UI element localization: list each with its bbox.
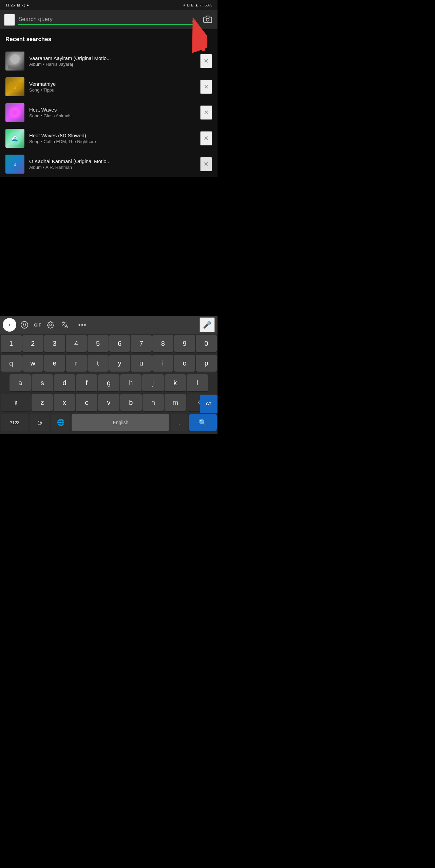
item-title: Heat Waves (8D Slowed): [29, 133, 195, 138]
camera-search-button[interactable]: [202, 14, 213, 26]
keyboard-row-a: a s d f g h j k l: [0, 373, 218, 393]
item-subtitle: Song • Glass Animals: [29, 113, 195, 118]
key-e[interactable]: e: [44, 355, 65, 372]
key-g[interactable]: g: [98, 374, 119, 391]
item-thumbnail: [5, 52, 24, 71]
item-subtitle: Album • A.R. Rahman: [29, 165, 195, 170]
keyboard-row-z: ⇧ z x c v b n m ⌫: [0, 393, 218, 412]
key-6[interactable]: 6: [109, 335, 130, 352]
key-language[interactable]: 🌐: [51, 414, 71, 431]
key-space[interactable]: English: [72, 414, 169, 431]
key-emoji[interactable]: ☺: [30, 414, 50, 431]
key-i[interactable]: i: [152, 355, 173, 372]
remove-item-button[interactable]: ✕: [200, 80, 212, 94]
key-w[interactable]: w: [22, 355, 43, 372]
list-item[interactable]: Vaaranam Aayiram (Original Motio... Albu…: [5, 48, 212, 74]
svg-text:♪: ♪: [14, 85, 16, 90]
key-v[interactable]: v: [98, 394, 119, 411]
key-d[interactable]: d: [54, 374, 75, 391]
key-m[interactable]: m: [165, 394, 186, 411]
svg-point-8: [12, 110, 18, 115]
svg-point-13: [21, 321, 28, 328]
key-z[interactable]: z: [32, 394, 53, 411]
list-item[interactable]: Heat Waves Song • Glass Animals ✕: [5, 100, 212, 125]
keyboard-translate-button[interactable]: [58, 318, 71, 331]
key-search[interactable]: 🔍: [189, 414, 217, 431]
item-info: Vaaranam Aayiram (Original Motio... Albu…: [29, 55, 195, 67]
key-s[interactable]: s: [32, 374, 53, 391]
svg-point-14: [23, 324, 24, 324]
remove-item-button[interactable]: ✕: [200, 157, 212, 171]
key-period[interactable]: .: [171, 414, 187, 431]
item-info: Venmathiye Song • Tippu: [29, 81, 195, 93]
item-title: Venmathiye: [29, 81, 195, 87]
key-r[interactable]: r: [66, 355, 87, 372]
key-5[interactable]: 5: [88, 335, 109, 352]
remove-item-button[interactable]: ✕: [200, 105, 212, 120]
key-8[interactable]: 8: [152, 335, 173, 352]
status-battery-pct: 68%: [205, 3, 212, 7]
remove-item-button[interactable]: ✕: [200, 131, 212, 145]
keyboard-settings-button[interactable]: [44, 318, 57, 331]
key-4[interactable]: 4: [66, 335, 87, 352]
item-info: O Kadhal Kanmani (Original Motio... Albu…: [29, 158, 195, 170]
keyboard-bottom-row: ?123 ☺ 🌐 English . 🔍: [0, 412, 218, 434]
key-1[interactable]: 1: [1, 335, 22, 352]
keyboard-more-button[interactable]: •••: [77, 319, 88, 331]
item-subtitle: Album • Harris Jayaraj: [29, 62, 195, 67]
key-j[interactable]: j: [142, 374, 164, 391]
key-0[interactable]: 0: [196, 335, 217, 352]
key-x[interactable]: x: [54, 394, 75, 411]
item-thumbnail: [5, 103, 24, 122]
key-l[interactable]: l: [187, 374, 208, 391]
status-battery-icon: ▭: [200, 3, 203, 7]
toolbar-divider: [74, 320, 74, 330]
back-button[interactable]: ←: [4, 14, 15, 26]
status-bluetooth-icon: ✦: [183, 3, 186, 7]
key-u[interactable]: u: [131, 355, 152, 372]
key-y[interactable]: y: [109, 355, 130, 372]
key-h[interactable]: h: [120, 374, 141, 391]
keyboard-toolbar: ‹ GIF •: [0, 316, 218, 334]
item-title: Vaaranam Aayiram (Original Motio...: [29, 55, 195, 61]
keyboard-number-row: 1 2 3 4 5 6 7 8 9 0: [0, 334, 218, 353]
item-info: Heat Waves Song • Glass Animals: [29, 107, 195, 118]
svg-text:♬: ♬: [13, 162, 17, 167]
keyboard[interactable]: ‹ GIF •: [0, 316, 218, 434]
keyboard-gif-button[interactable]: GIF: [33, 320, 43, 330]
key-7[interactable]: 7: [131, 335, 152, 352]
svg-point-3: [10, 54, 20, 64]
key-a[interactable]: a: [10, 374, 31, 391]
status-icon-messages: ⊡: [17, 3, 20, 7]
key-q[interactable]: q: [1, 355, 22, 372]
key-o[interactable]: o: [174, 355, 195, 372]
key-num-sym[interactable]: ?123: [1, 414, 29, 431]
key-n[interactable]: n: [143, 394, 164, 411]
key-c[interactable]: c: [76, 394, 97, 411]
list-item[interactable]: ♪ Venmathiye Song • Tippu ✕: [5, 74, 212, 100]
search-input[interactable]: [18, 15, 198, 24]
remove-item-button[interactable]: ✕: [200, 54, 212, 68]
key-t[interactable]: t: [88, 355, 109, 372]
svg-point-16: [50, 324, 52, 326]
list-item[interactable]: 🌊 Heat Waves (8D Slowed) Song • Coffin E…: [5, 125, 212, 151]
key-9[interactable]: 9: [174, 335, 195, 352]
svg-text:🌊: 🌊: [12, 135, 18, 142]
content-area: Recent searches Vaaranam Aayiram (Origin…: [0, 29, 218, 177]
status-icon-dot: ●: [27, 3, 29, 7]
svg-point-7: [9, 106, 21, 119]
keyboard-emoji-button[interactable]: [18, 318, 31, 332]
key-k[interactable]: k: [165, 374, 186, 391]
key-3[interactable]: 3: [44, 335, 65, 352]
list-item[interactable]: ♬ O Kadhal Kanmani (Original Motio... Al…: [5, 151, 212, 177]
watermark-text: GT: [206, 402, 211, 406]
key-f[interactable]: f: [76, 374, 97, 391]
watermark: GT: [200, 395, 218, 413]
key-b[interactable]: b: [120, 394, 141, 411]
key-shift[interactable]: ⇧: [1, 394, 31, 411]
keyboard-mic-button[interactable]: 🎤: [200, 317, 215, 332]
keyboard-collapse-button[interactable]: ‹: [3, 318, 16, 332]
item-thumbnail: 🌊: [5, 129, 24, 148]
key-p[interactable]: p: [196, 355, 217, 372]
key-2[interactable]: 2: [22, 335, 43, 352]
